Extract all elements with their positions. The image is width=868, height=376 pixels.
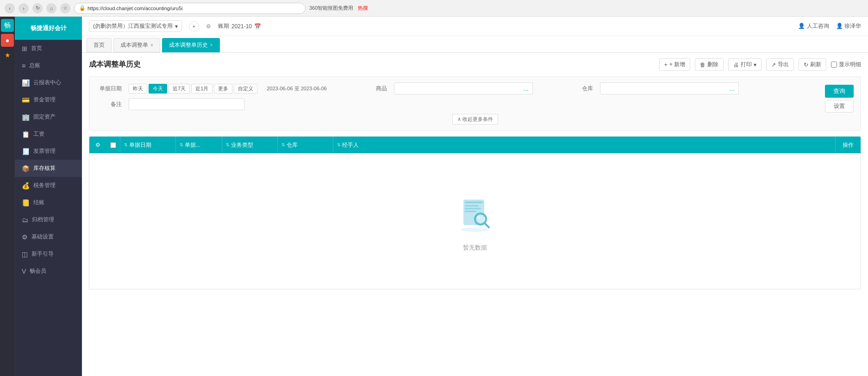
delete-button[interactable]: 🗑 删除 [695, 58, 724, 71]
th-action: 操作 [835, 137, 861, 153]
top-bar: (勿删勿禁用）江西服宝测试专用 ▾ + ⚙ 账期 2021-10 📅 👤 人工咨… [82, 17, 868, 36]
remark-input[interactable] [129, 98, 244, 110]
refresh-button[interactable]: ↻ 刷新 [799, 58, 826, 71]
th-biztype[interactable]: ⇅ 业务类型 [222, 137, 277, 153]
service-link[interactable]: 👤 人工咨询 [798, 22, 829, 30]
goods-dots[interactable]: ... [523, 85, 529, 92]
archive-icon: 🗂 [22, 216, 28, 224]
sidebar-item-invoice[interactable]: 🧾 发票管理 [15, 143, 82, 160]
tab-home-label: 首页 [94, 41, 105, 49]
week7-btn[interactable]: 近7天 [169, 84, 190, 94]
sidebar-item-inventory[interactable]: 📦 库存核算 [15, 160, 82, 177]
delete-icon: 🗑 [700, 62, 706, 68]
more-btn[interactable]: 更多 [214, 84, 232, 94]
settings-gear-icon[interactable]: ⚙ [206, 23, 211, 30]
svg-line-8 [485, 223, 489, 227]
sidebar-item-tax-label: 税务管理 [33, 182, 56, 189]
icon-sidebar-star[interactable]: ★ [1, 49, 14, 62]
date-to: 2023-06-06 [301, 86, 327, 91]
print-label: 打印 [741, 61, 752, 69]
empty-illustration [452, 190, 498, 237]
table-settings-icon[interactable]: ⚙ [89, 142, 106, 148]
asset-icon: 🏢 [22, 113, 30, 121]
sidebar-item-fund[interactable]: 💳 资金管理 [15, 91, 82, 108]
star-button[interactable]: ☆ [60, 3, 70, 13]
today-btn[interactable]: 今天 [149, 84, 167, 94]
th-date[interactable]: ⇅ 单据日期 [120, 137, 175, 153]
tab-cost-adjust-history-label: 成本调整单历史 [169, 41, 208, 49]
settings-icon: ⚙ [22, 233, 28, 241]
sidebar-item-salary[interactable]: 📋 工资 [15, 125, 82, 143]
th-voucher[interactable]: ⇅ 单据... [175, 137, 222, 153]
company-selector[interactable]: (勿删勿禁用）江西服宝测试专用 ▾ [89, 20, 182, 32]
report-icon: 📊 [22, 79, 30, 87]
home-button[interactable]: ⌂ [46, 3, 56, 13]
sidebar-item-guide[interactable]: ◫ 新手引导 [15, 245, 82, 263]
th-handler-label: 经手人 [342, 141, 359, 149]
print-button[interactable]: 🖨 打印 ▾ [728, 58, 762, 71]
sidebar-item-checkout[interactable]: 📒 结账 [15, 194, 82, 211]
icon-sidebar: 畅 ● ★ [0, 17, 15, 376]
sidebar-item-asset[interactable]: 🏢 固定资产 [15, 108, 82, 125]
export-button[interactable]: ↗ 导出 [766, 58, 794, 71]
warehouse-dots[interactable]: ... [729, 85, 735, 92]
date-from: 2023-06-06 [267, 86, 293, 91]
table-select-all[interactable] [106, 142, 120, 148]
new-button[interactable]: + + 新增 [659, 58, 690, 71]
left-nav: 畅捷通好会计 ⊞ 首页 ≡ 总账 📊 云报表中心 💳 资金管理 🏢 固定资产 📋… [15, 17, 82, 376]
month1-btn[interactable]: 近1月 [191, 84, 212, 94]
salary-icon: 📋 [22, 131, 30, 138]
export-label: 导出 [778, 61, 789, 69]
svg-point-0 [461, 227, 489, 232]
sidebar-item-report-label: 云报表中心 [33, 79, 61, 87]
icon-sidebar-app[interactable]: 畅 [1, 19, 14, 32]
remark-label: 备注 [96, 100, 122, 108]
setting-button[interactable]: 设置 [825, 100, 854, 113]
refresh-button[interactable]: ↻ [32, 3, 43, 13]
sidebar-item-inventory-label: 库存核算 [33, 164, 56, 172]
goods-select[interactable]: ... [394, 82, 533, 94]
icon-sidebar-notification[interactable]: ● [1, 34, 14, 47]
calendar-icon[interactable]: 📅 [254, 23, 261, 30]
tab-cost-adjust-history-close[interactable]: × [210, 43, 213, 48]
checkout-icon: 📒 [22, 199, 30, 207]
th-date-label: 单据日期 [129, 141, 151, 149]
user-name[interactable]: 👤 徐泽华 [836, 22, 861, 30]
display-cols-checkbox[interactable] [831, 62, 837, 68]
dropdown-icon: ▾ [175, 23, 178, 30]
sidebar-item-ledger[interactable]: ≡ 总账 [15, 57, 82, 74]
th-handler[interactable]: ⇅ 经手人 [333, 137, 388, 153]
back-button[interactable]: ‹ [5, 3, 15, 13]
forward-button[interactable]: › [19, 3, 29, 13]
table-container: ⚙ ⇅ 单据日期 ⇅ 单据... ⇅ 业务类型 [89, 136, 861, 289]
yesterday-btn[interactable]: 昨天 [129, 84, 147, 94]
side-action-buttons: 查询 设置 [825, 82, 854, 113]
collapse-label: 收起更多条件 [462, 116, 493, 123]
custom-btn[interactable]: 自定义 [234, 84, 257, 94]
th-warehouse[interactable]: ⇅ 仓库 [277, 137, 333, 153]
display-cols-toggle[interactable]: 显示明细 [831, 61, 861, 69]
tab-cost-adjust-close[interactable]: × [150, 43, 153, 48]
filter-area: 单据日期 昨天 今天 近7天 近1月 更多 自定义 2023-06-06 至 [89, 76, 861, 131]
collapse-button[interactable]: ∧ 收起更多条件 [452, 114, 498, 125]
add-company-button[interactable]: + [189, 21, 199, 31]
date-separator: 至 [294, 86, 301, 91]
vip-icon: V [22, 268, 26, 275]
sidebar-item-settings[interactable]: ⚙ 基础设置 [15, 228, 82, 245]
sidebar-item-tax[interactable]: 💰 税务管理 [15, 177, 82, 194]
tab-cost-adjust-history[interactable]: 成本调整单历史 × [162, 38, 220, 52]
page-body: 成本调整单历史 + + 新增 🗑 删除 🖨 打印 ▾ [82, 53, 868, 376]
tab-home[interactable]: 首页 [87, 38, 112, 52]
address-bar[interactable]: 🔒 https://cloud.chanjet.com/accounting/u… [74, 3, 306, 14]
sidebar-item-archive[interactable]: 🗂 归档管理 [15, 211, 82, 228]
hot-label: 热搜 [358, 5, 368, 12]
warehouse-select[interactable]: ... [600, 82, 739, 94]
app-wrapper: 畅 ● ★ 畅捷通好会计 ⊞ 首页 ≡ 总账 📊 云报表中心 💳 资金管理 🏢 … [0, 17, 868, 376]
sidebar-item-home[interactable]: ⊞ 首页 [15, 40, 82, 57]
tab-cost-adjust[interactable]: 成本调整单 × [113, 38, 160, 52]
select-all-checkbox[interactable] [110, 142, 116, 148]
query-button[interactable]: 查询 [825, 85, 854, 98]
sidebar-item-report[interactable]: 📊 云报表中心 [15, 74, 82, 91]
sidebar-item-vip[interactable]: V 畅会员 [15, 263, 82, 280]
sidebar-item-vip-label: 畅会员 [30, 267, 46, 275]
